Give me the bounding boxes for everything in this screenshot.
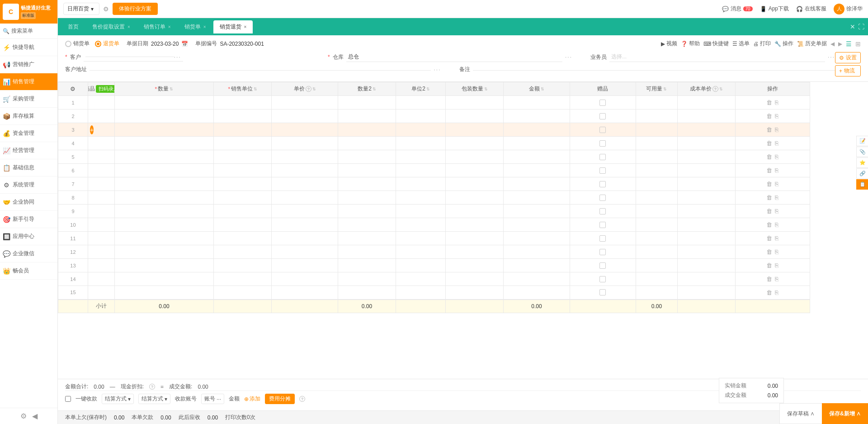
delete-row-icon[interactable]: 🗑 xyxy=(766,113,772,119)
sidebar-item-newuser[interactable]: 🎯 新手引导 xyxy=(0,211,57,228)
save-draft-btn[interactable]: 保存草稿 ∧ xyxy=(779,403,822,424)
fee-split-btn[interactable]: 费用分摊 xyxy=(265,394,295,404)
row-amount-cell[interactable] xyxy=(504,272,570,286)
fee-info-icon[interactable]: ? xyxy=(299,396,305,402)
row-pkg-cell[interactable] xyxy=(446,259,504,272)
tab-price-settings[interactable]: 售价提取设置 × xyxy=(86,20,137,33)
gift-checkbox[interactable] xyxy=(599,249,606,255)
gift-checkbox[interactable] xyxy=(599,208,606,214)
row-product-cell[interactable] xyxy=(88,164,114,177)
row-cost-cell[interactable] xyxy=(677,259,735,272)
grid-view-icon[interactable]: ⊞ xyxy=(855,40,861,48)
row-price-cell[interactable] xyxy=(272,286,338,300)
add-btn[interactable]: ⊕ 添加 xyxy=(244,395,260,403)
row-avail-cell[interactable] xyxy=(636,96,678,110)
row-amount-cell[interactable] xyxy=(504,123,570,137)
qty-sort-icon[interactable]: ⇅ xyxy=(170,87,173,91)
delete-row-icon[interactable]: 🗑 xyxy=(766,221,772,228)
row-pkg-cell[interactable] xyxy=(446,150,504,164)
row-avail-cell[interactable] xyxy=(636,150,678,164)
row-qty-cell[interactable] xyxy=(114,286,214,300)
gift-checkbox[interactable] xyxy=(599,100,606,106)
row-avail-cell[interactable] xyxy=(636,259,678,272)
row-unit-cell[interactable] xyxy=(214,137,272,150)
right-float-note3[interactable]: ⭐ xyxy=(856,157,868,168)
row-unit-cell[interactable] xyxy=(214,110,272,123)
row-unit2-cell[interactable] xyxy=(396,150,446,164)
right-float-active[interactable]: 📋 xyxy=(856,179,868,190)
row-product-cell[interactable] xyxy=(88,110,114,123)
row-amount-cell[interactable] xyxy=(504,259,570,272)
row-avail-cell[interactable] xyxy=(636,137,678,150)
close-window-icon[interactable]: ✕ xyxy=(850,23,855,30)
tab-price-settings-close[interactable]: × xyxy=(127,24,130,29)
row-qty-cell[interactable] xyxy=(114,110,214,123)
select-btn[interactable]: ☰ 选单 xyxy=(732,40,750,48)
row-pkg-cell[interactable] xyxy=(446,137,504,150)
unit-sort-icon[interactable]: ⇅ xyxy=(254,87,257,91)
copy-row-icon[interactable]: ⎘ xyxy=(775,289,778,296)
row-unit2-cell[interactable] xyxy=(396,245,446,259)
row-avail-cell[interactable] xyxy=(636,110,678,123)
row-unit2-cell[interactable] xyxy=(396,218,446,232)
experience-btn[interactable]: 体验行业方案 xyxy=(113,3,158,15)
sidebar-item-sales[interactable]: 📊 销售管理 xyxy=(0,73,57,91)
row-pkg-cell[interactable] xyxy=(446,123,504,137)
cost-sort-icon[interactable]: ⇅ xyxy=(719,87,723,91)
copy-row-icon[interactable]: ⎘ xyxy=(775,248,778,255)
row-cost-cell[interactable] xyxy=(677,205,735,218)
row-product-cell[interactable] xyxy=(88,259,114,272)
row-avail-cell[interactable] xyxy=(636,218,678,232)
row-price-cell[interactable] xyxy=(272,150,338,164)
sidebar-item-finance[interactable]: 💰 资金管理 xyxy=(0,125,57,142)
row-qty2-cell[interactable] xyxy=(338,205,396,218)
one-click-checkbox[interactable] xyxy=(65,396,71,402)
row-price-cell[interactable] xyxy=(272,96,338,110)
row-avail-cell[interactable] xyxy=(636,123,678,137)
row-qty-cell[interactable] xyxy=(114,191,214,205)
settings-bottom-icon[interactable]: ⚙ xyxy=(20,412,27,420)
gift-checkbox[interactable] xyxy=(599,222,606,228)
delete-row-icon[interactable]: 🗑 xyxy=(766,167,772,174)
delete-row-icon[interactable]: 🗑 xyxy=(766,153,772,160)
row-qty-cell[interactable] xyxy=(114,137,214,150)
avail-sort-icon[interactable]: ⇅ xyxy=(663,87,667,91)
row-cost-cell[interactable] xyxy=(677,245,735,259)
row-price-cell[interactable] xyxy=(272,137,338,150)
row-unit-cell[interactable] xyxy=(214,205,272,218)
gift-checkbox[interactable] xyxy=(599,113,606,119)
user-item[interactable]: 人 徐泽华 xyxy=(834,4,863,14)
gift-checkbox[interactable] xyxy=(599,140,606,147)
row-amount-cell[interactable] xyxy=(504,218,570,232)
tab-sales-order[interactable]: 销售订单 × xyxy=(137,20,177,33)
gear-header-icon[interactable]: ⚙ xyxy=(70,86,75,92)
row-cost-cell[interactable] xyxy=(677,110,735,123)
row-product-cell[interactable] xyxy=(88,286,114,300)
right-float-note2[interactable]: 📎 xyxy=(856,147,868,157)
delete-row-icon[interactable]: 🗑 xyxy=(766,208,772,214)
price-info-icon[interactable]: ? xyxy=(306,86,311,92)
copy-row-icon[interactable]: ⎘ xyxy=(775,126,778,133)
row-unit2-cell[interactable] xyxy=(396,191,446,205)
gift-checkbox[interactable] xyxy=(599,276,606,282)
sidebar-item-inventory[interactable]: 📦 库存核算 xyxy=(0,108,57,125)
radio-sale[interactable]: 销货单 xyxy=(65,40,90,48)
gift-checkbox[interactable] xyxy=(599,195,606,201)
row-cost-cell[interactable] xyxy=(677,123,735,137)
row-product-cell[interactable] xyxy=(88,232,114,245)
row-avail-cell[interactable] xyxy=(636,232,678,245)
scan-btn[interactable]: 扫码录入 xyxy=(96,85,114,93)
cost-info-icon[interactable]: ? xyxy=(712,86,718,92)
row-amount-cell[interactable] xyxy=(504,232,570,245)
row-qty2-cell[interactable] xyxy=(338,123,396,137)
row-pkg-cell[interactable] xyxy=(446,110,504,123)
row-qty-cell[interactable] xyxy=(114,205,214,218)
row-amount-cell[interactable] xyxy=(504,150,570,164)
tab-sales-order-close[interactable]: × xyxy=(168,24,171,29)
row-unit-cell[interactable] xyxy=(214,245,272,259)
row-pkg-cell[interactable] xyxy=(446,272,504,286)
maximize-icon[interactable]: ⛶ xyxy=(858,23,864,30)
tab-sales-delivery[interactable]: 销货单 × xyxy=(178,20,212,33)
row-avail-cell[interactable] xyxy=(636,205,678,218)
row-avail-cell[interactable] xyxy=(636,177,678,191)
